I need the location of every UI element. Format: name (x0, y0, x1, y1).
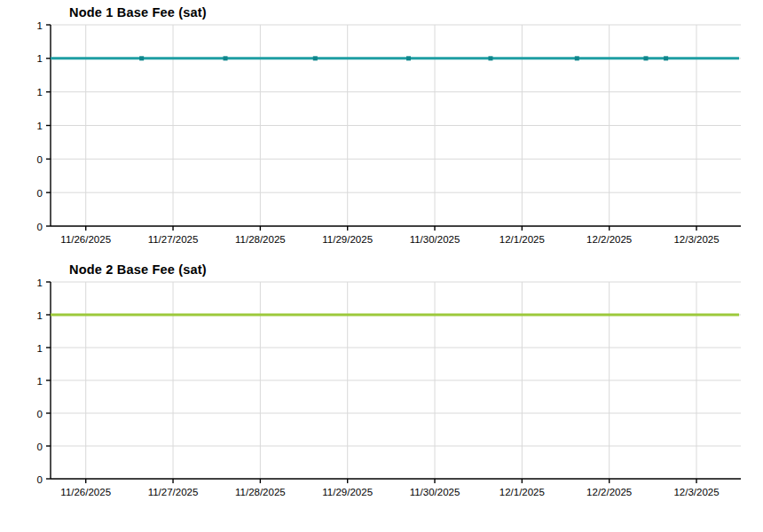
y-tick-label: 1 (37, 376, 43, 387)
x-tick-label: 11/27/2025 (148, 487, 199, 497)
x-tick-label: 12/3/2025 (673, 487, 719, 497)
series-marker (575, 56, 579, 60)
series-marker (139, 56, 144, 60)
y-tick-label: 1 (37, 87, 43, 98)
x-tick-label: 11/26/2025 (60, 234, 111, 245)
x-tick-label: 12/3/2025 (673, 234, 719, 245)
y-tick-label: 0 (37, 222, 43, 232)
x-tick-label: 11/26/2025 (60, 487, 111, 497)
y-tick-label: 0 (37, 474, 43, 485)
y-tick-label: 0 (37, 188, 43, 199)
chart-2: 111100011/26/202511/27/202511/28/202511/… (37, 278, 741, 498)
y-tick-label: 1 (37, 343, 43, 354)
y-tick-label: 0 (37, 442, 43, 452)
series-marker (313, 56, 318, 60)
y-tick-label: 0 (37, 154, 43, 165)
series-marker (224, 56, 228, 60)
y-tick-label: 1 (37, 20, 43, 31)
series-marker (664, 56, 668, 60)
y-tick-label: 1 (37, 278, 43, 288)
x-tick-label: 12/1/2025 (499, 234, 545, 245)
x-tick-label: 11/30/2025 (410, 234, 460, 245)
y-tick-label: 1 (37, 121, 43, 131)
series-marker (643, 56, 648, 60)
y-tick-label: 1 (37, 53, 43, 64)
series-marker (488, 56, 492, 60)
base-fee-charts-canvas: 111100011/26/202511/27/202511/28/202511/… (0, 0, 763, 532)
y-tick-label: 1 (37, 310, 43, 321)
x-tick-label: 11/28/2025 (235, 234, 286, 245)
series-marker (406, 56, 411, 60)
y-tick-label: 0 (37, 409, 43, 419)
x-tick-label: 12/1/2025 (499, 487, 545, 497)
x-tick-label: 12/2/2025 (586, 234, 632, 245)
x-tick-label: 11/27/2025 (148, 234, 199, 245)
x-tick-label: 11/29/2025 (322, 487, 373, 497)
x-tick-label: 12/2/2025 (586, 487, 632, 497)
x-tick-label: 11/29/2025 (322, 234, 373, 245)
chart-1: 111100011/26/202511/27/202511/28/202511/… (37, 20, 741, 246)
x-tick-label: 11/30/2025 (410, 487, 460, 497)
x-tick-label: 11/28/2025 (235, 487, 286, 497)
